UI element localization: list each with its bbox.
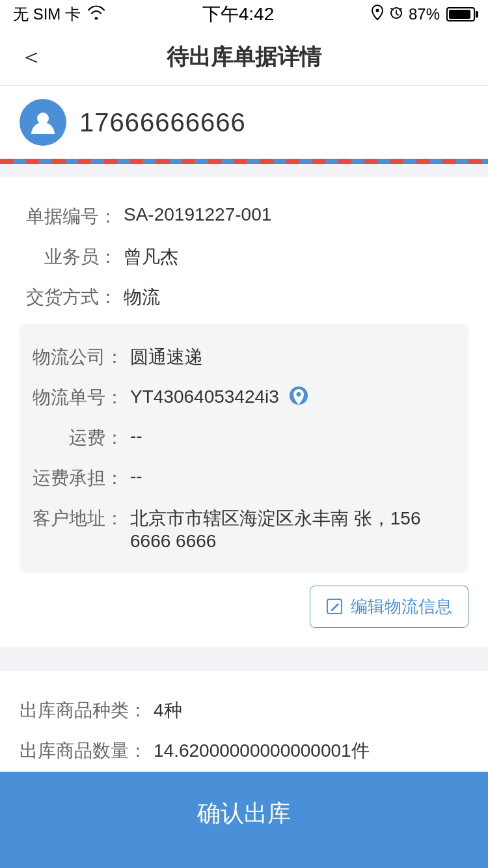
delivery-value: 物流 bbox=[124, 285, 468, 310]
back-button[interactable]: ＜ bbox=[20, 41, 43, 73]
logistics-company-row: 物流公司： 圆通速递 bbox=[26, 337, 462, 377]
status-time: 下午4:42 bbox=[202, 2, 275, 27]
svg-point-4 bbox=[296, 392, 301, 397]
confirm-outbound-button[interactable]: 确认出库 bbox=[20, 785, 468, 842]
battery-icon bbox=[446, 7, 475, 21]
carrier-text: 无 SIM 卡 bbox=[13, 4, 81, 25]
tracking-value: YT43064053424i3 bbox=[130, 387, 279, 407]
delivery-row: 交货方式： 物流 bbox=[20, 277, 468, 318]
freight-bear-value: -- bbox=[130, 466, 462, 487]
order-number-label: 单据编号： bbox=[20, 204, 124, 229]
delivery-label: 交货方式： bbox=[20, 285, 124, 310]
status-left: 无 SIM 卡 bbox=[13, 4, 105, 25]
order-number-value: SA-20191227-001 bbox=[124, 204, 468, 225]
edit-btn-wrap: 编辑物流信息 bbox=[20, 586, 468, 628]
order-number-row: 单据编号： SA-20191227-001 bbox=[20, 197, 468, 237]
staff-label: 业务员： bbox=[20, 245, 124, 269]
goods-quantity-label: 出库商品数量： bbox=[20, 739, 154, 763]
goods-quantity-value: 14.62000000000000001件 bbox=[154, 739, 468, 763]
goods-type-row: 出库商品种类： 4种 bbox=[20, 690, 468, 731]
person-icon bbox=[29, 108, 57, 137]
nav-bar: ＜ 待出库单据详情 bbox=[0, 29, 488, 86]
confirm-btn-wrap: 确认出库 bbox=[0, 772, 488, 868]
status-right: 87% bbox=[371, 5, 475, 24]
dashed-divider bbox=[0, 159, 488, 164]
goods-type-value: 4种 bbox=[154, 698, 468, 723]
edit-logistics-button[interactable]: 编辑物流信息 bbox=[310, 586, 468, 628]
edit-icon bbox=[326, 598, 344, 616]
confirm-btn-label: 确认出库 bbox=[197, 798, 291, 830]
address-label: 客户地址： bbox=[26, 506, 130, 531]
logistics-company-label: 物流公司： bbox=[26, 345, 130, 370]
order-info-section: 单据编号： SA-20191227-001 业务员： 曾凡杰 交货方式： 物流 … bbox=[0, 177, 488, 647]
customer-header: 17666666666 bbox=[0, 86, 488, 159]
staff-row: 业务员： 曾凡杰 bbox=[20, 237, 468, 277]
address-row: 客户地址： 北京市市辖区海淀区永丰南 张，156 6666 6666 bbox=[26, 498, 462, 560]
svg-point-0 bbox=[375, 9, 379, 12]
customer-avatar bbox=[20, 99, 66, 146]
page-title: 待出库单据详情 bbox=[167, 42, 321, 72]
tracking-location-icon[interactable] bbox=[287, 385, 310, 409]
location-service-icon bbox=[371, 5, 384, 24]
goods-type-label: 出库商品种类： bbox=[20, 698, 154, 723]
tracking-label: 物流单号： bbox=[26, 385, 130, 410]
freight-value: -- bbox=[130, 426, 462, 446]
status-bar: 无 SIM 卡 下午4:42 87% bbox=[0, 0, 488, 29]
staff-value: 曾凡杰 bbox=[124, 245, 468, 269]
tracking-row: 物流单号： YT43064053424i3 bbox=[26, 377, 462, 418]
freight-label: 运费： bbox=[26, 426, 130, 450]
battery-percent: 87% bbox=[409, 5, 440, 23]
logistics-box: 物流公司： 圆通速递 物流单号： YT43064053424i3 运费： -- … bbox=[20, 324, 468, 573]
edit-logistics-label: 编辑物流信息 bbox=[351, 595, 452, 618]
customer-phone: 17666666666 bbox=[79, 108, 246, 137]
wifi-icon bbox=[87, 5, 105, 23]
tracking-value-wrap: YT43064053424i3 bbox=[130, 385, 462, 409]
freight-row: 运费： -- bbox=[26, 418, 462, 458]
address-value: 北京市市辖区海淀区永丰南 张，156 6666 6666 bbox=[130, 506, 462, 552]
section-separator-1 bbox=[0, 647, 488, 658]
goods-quantity-row: 出库商品数量： 14.62000000000000001件 bbox=[20, 731, 468, 771]
freight-bear-row: 运费承担： -- bbox=[26, 458, 462, 498]
alarm-icon bbox=[389, 5, 403, 23]
freight-bear-label: 运费承担： bbox=[26, 466, 130, 491]
logistics-company-value: 圆通速递 bbox=[130, 345, 462, 370]
